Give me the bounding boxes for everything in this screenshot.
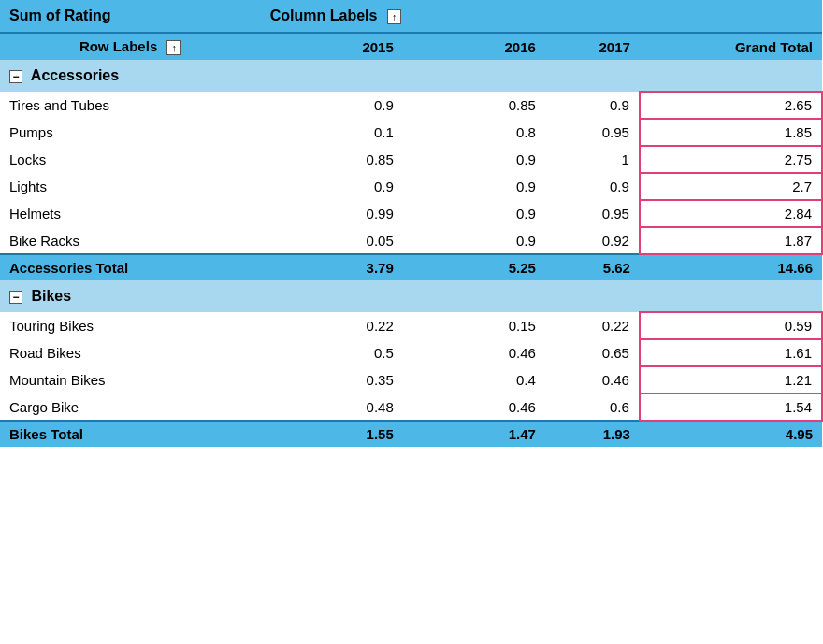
- item-2015: 0.35: [261, 366, 403, 394]
- subtotal-row: Accessories Total 3.79 5.25 5.62 14.66: [0, 254, 822, 280]
- subtotal-label: Bikes Total: [0, 421, 261, 447]
- item-label: Mountain Bikes: [0, 366, 261, 394]
- item-label: Helmets: [0, 200, 261, 227]
- item-2017: 0.9: [545, 92, 640, 119]
- item-2015: 0.5: [261, 339, 403, 366]
- item-2015: 0.1: [261, 119, 403, 146]
- item-2017: 0.92: [545, 227, 640, 254]
- item-grand-total: 2.84: [640, 200, 822, 227]
- item-2015: 0.9: [261, 173, 403, 200]
- column-labels-label: Column Labels: [270, 7, 378, 23]
- item-label: Pumps: [0, 119, 261, 146]
- category-2017: [545, 280, 640, 312]
- item-label: Tires and Tubes: [0, 92, 261, 119]
- year-2016-header: 2016: [403, 33, 545, 60]
- item-2017: 0.6: [545, 394, 640, 421]
- item-2016: 0.8: [403, 119, 545, 146]
- item-2016: 0.4: [403, 366, 545, 394]
- category-2017: [545, 60, 640, 92]
- category-label: − Bikes: [0, 280, 261, 312]
- item-2015: 0.99: [261, 200, 403, 227]
- item-2017: 0.9: [545, 173, 640, 200]
- table-row: Tires and Tubes 0.9 0.85 0.9 2.65: [0, 92, 822, 119]
- category-grand: [640, 280, 822, 312]
- table-row: Mountain Bikes 0.35 0.4 0.46 1.21: [0, 366, 822, 394]
- collapse-btn[interactable]: −: [9, 70, 22, 83]
- item-2017: 1: [545, 146, 640, 173]
- subtotal-2015: 1.55: [261, 421, 403, 447]
- subtotal-grand: 4.95: [640, 421, 822, 447]
- table-row: Bike Racks 0.05 0.9 0.92 1.87: [0, 227, 822, 254]
- header-row-2: Row Labels ↑ 2015 2016 2017 Grand Total: [0, 33, 822, 60]
- item-2017: 0.95: [545, 119, 640, 146]
- item-grand-total: 2.75: [640, 146, 822, 173]
- subtotal-2015: 3.79: [261, 254, 403, 280]
- collapse-btn[interactable]: −: [9, 291, 22, 304]
- item-2015: 0.22: [261, 312, 403, 339]
- year-2015-header: 2015: [261, 33, 403, 60]
- column-labels-header: Column Labels ↑: [261, 0, 545, 33]
- item-2016: 0.46: [403, 339, 545, 366]
- table-row: Lights 0.9 0.9 0.9 2.7: [0, 173, 822, 200]
- item-2017: 0.65: [545, 339, 640, 366]
- category-label: − Accessories: [0, 60, 261, 92]
- item-grand-total: 2.7: [640, 173, 822, 200]
- category-grand: [640, 60, 822, 92]
- subtotal-2016: 1.47: [403, 421, 545, 447]
- item-2016: 0.9: [403, 200, 545, 227]
- item-2016: 0.9: [403, 146, 545, 173]
- item-2015: 0.05: [261, 227, 403, 254]
- item-2015: 0.9: [261, 92, 403, 119]
- item-grand-total: 1.61: [640, 339, 822, 366]
- subtotal-row: Bikes Total 1.55 1.47 1.93 4.95: [0, 421, 822, 447]
- category-2015: [261, 280, 403, 312]
- category-row: − Bikes: [0, 280, 822, 312]
- item-label: Road Bikes: [0, 339, 261, 366]
- subtotal-grand: 14.66: [640, 254, 822, 280]
- item-grand-total: 2.65: [640, 92, 822, 119]
- header-row-1: Sum of Rating Column Labels ↑: [0, 0, 822, 33]
- item-2017: 0.46: [545, 366, 640, 394]
- item-grand-total: 1.87: [640, 227, 822, 254]
- item-label: Lights: [0, 173, 261, 200]
- item-2016: 0.15: [403, 312, 545, 339]
- item-2016: 0.85: [403, 92, 545, 119]
- category-2015: [261, 60, 403, 92]
- item-label: Locks: [0, 146, 261, 173]
- table-row: Pumps 0.1 0.8 0.95 1.85: [0, 119, 822, 146]
- table-row: Cargo Bike 0.48 0.46 0.6 1.54: [0, 394, 822, 421]
- item-2015: 0.48: [261, 394, 403, 421]
- item-label: Cargo Bike: [0, 394, 261, 421]
- item-grand-total: 1.21: [640, 366, 822, 394]
- subtotal-2017: 1.93: [545, 421, 640, 447]
- subtotal-label: Accessories Total: [0, 254, 261, 280]
- item-2016: 0.9: [403, 227, 545, 254]
- item-2017: 0.95: [545, 200, 640, 227]
- category-row: − Accessories: [0, 60, 822, 92]
- category-2016: [403, 280, 545, 312]
- subtotal-2017: 5.62: [545, 254, 640, 280]
- item-label: Touring Bikes: [0, 312, 261, 339]
- sum-of-rating-header: Sum of Rating: [0, 0, 261, 33]
- row-labels-label: Row Labels: [79, 38, 157, 54]
- item-2017: 0.22: [545, 312, 640, 339]
- table-row: Touring Bikes 0.22 0.15 0.22 0.59: [0, 312, 822, 339]
- item-2016: 0.9: [403, 173, 545, 200]
- item-grand-total: 1.85: [640, 119, 822, 146]
- table-row: Road Bikes 0.5 0.46 0.65 1.61: [0, 339, 822, 366]
- table-row: Helmets 0.99 0.9 0.95 2.84: [0, 200, 822, 227]
- item-label: Bike Racks: [0, 227, 261, 254]
- sum-of-rating-label: Sum of Rating: [9, 7, 110, 23]
- row-labels-sort-btn[interactable]: ↑: [166, 40, 181, 55]
- pivot-table: Sum of Rating Column Labels ↑ Row Labels…: [0, 0, 823, 447]
- item-2015: 0.85: [261, 146, 403, 173]
- item-grand-total: 1.54: [640, 394, 822, 421]
- table-row: Locks 0.85 0.9 1 2.75: [0, 146, 822, 173]
- item-2016: 0.46: [403, 394, 545, 421]
- item-grand-total: 0.59: [640, 312, 822, 339]
- subtotal-2016: 5.25: [403, 254, 545, 280]
- row-labels-header: Row Labels ↑: [0, 33, 261, 60]
- category-2016: [403, 60, 545, 92]
- year-2017-header: 2017: [545, 33, 640, 60]
- column-labels-sort-btn[interactable]: ↑: [387, 9, 402, 24]
